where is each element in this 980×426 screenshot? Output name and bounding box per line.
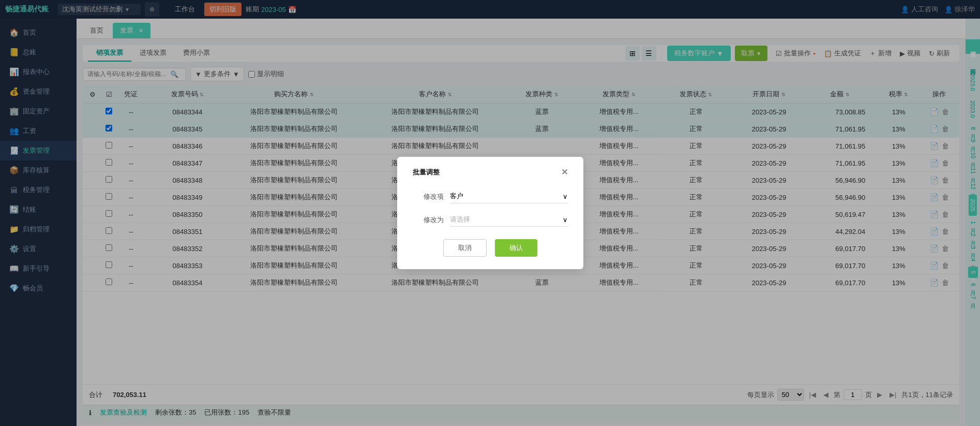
modal-header: 批量调整 ✕ xyxy=(413,167,568,177)
modify-to-label: 修改为 xyxy=(413,215,444,225)
modal-modify-to-field: 修改为 请选择 ∨ xyxy=(413,213,568,227)
modify-field-value: 客户 xyxy=(450,192,463,201)
modify-field-label: 修改项 xyxy=(413,192,444,201)
modify-field-dropdown-icon: ∨ xyxy=(563,193,568,200)
modify-to-select[interactable]: 请选择 ∨ xyxy=(450,213,568,227)
modal-overlay[interactable]: 批量调整 ✕ 修改项 客户 ∨ 修改为 请选择 ∨ 取消 确认 xyxy=(0,0,980,426)
batch-adjust-modal: 批量调整 ✕ 修改项 客户 ∨ 修改为 请选择 ∨ 取消 确认 xyxy=(397,157,583,269)
modal-title: 批量调整 xyxy=(413,168,440,177)
modify-to-dropdown-icon: ∨ xyxy=(563,216,568,224)
modify-field-select[interactable]: 客户 ∨ xyxy=(450,189,568,203)
modal-modify-field: 修改项 客户 ∨ xyxy=(413,189,568,203)
modal-actions: 取消 确认 xyxy=(413,239,568,257)
modal-cancel-btn[interactable]: 取消 xyxy=(443,239,487,257)
modal-confirm-btn[interactable]: 确认 xyxy=(495,239,537,257)
modify-to-placeholder: 请选择 xyxy=(450,215,470,224)
modal-close-btn[interactable]: ✕ xyxy=(561,167,568,177)
